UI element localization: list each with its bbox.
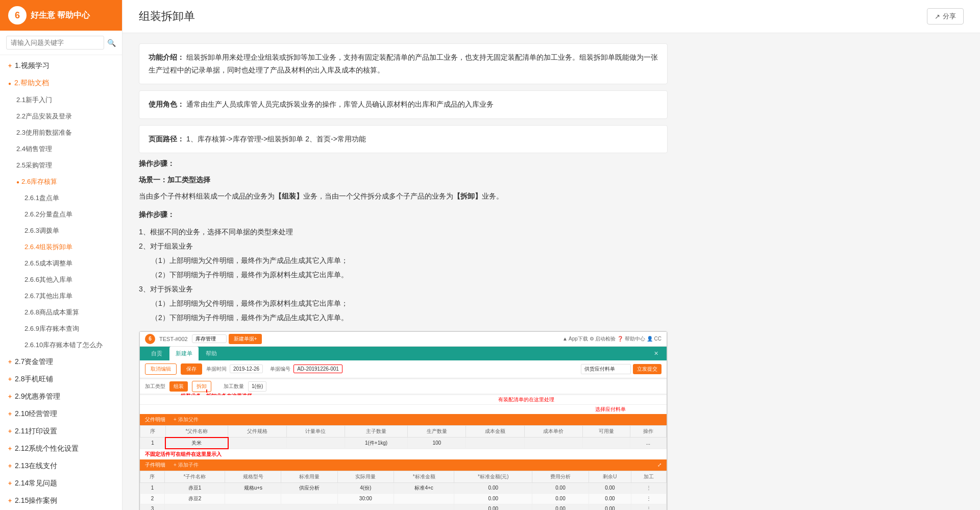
expand-icon-2: +	[8, 358, 12, 366]
role-text: 通常由生产人员或库管人员完成拆装业务的操作，库管人员确认原材料的出库和产成品的入…	[186, 100, 494, 108]
sidebar-item-finance[interactable]: + 2.7资金管理	[0, 353, 122, 371]
share-button[interactable]: ↗ 分享	[927, 8, 964, 25]
expand-icon: +	[8, 62, 12, 69]
sidebar-item-cost-recalc[interactable]: 2.6.8商品成本重算	[0, 304, 122, 321]
btd-proc[interactable]: ⋮	[631, 482, 667, 493]
sidebar-item-cases[interactable]: + 2.15操作案例	[0, 492, 122, 509]
th-qty-plan: 主子数量	[345, 425, 407, 438]
td-qty-prod[interactable]: 100	[408, 438, 466, 449]
app-topbar-right: ▲ App下载 ⚙ 启动检验 ❓ 帮助中心 👤 CC	[562, 335, 662, 343]
sidebar-item-coupon[interactable]: + 2.9优惠券管理	[0, 388, 122, 405]
app-tab-home[interactable]: 自贡	[145, 347, 168, 360]
sidebar-label-video: 1.视频学习	[15, 61, 50, 70]
sidebar-label-print: 2.11打印设置	[15, 427, 57, 436]
sidebar-item-dataprep[interactable]: 2.3使用前数据准备	[0, 125, 122, 141]
app-tab-close[interactable]: ✕	[651, 347, 662, 360]
sidebar-item-sys[interactable]: + 2.12系统个性化设置	[0, 440, 122, 457]
search-box: 🔍	[0, 31, 122, 55]
th-ops: 操作	[630, 425, 666, 438]
steps-list: 1、根据不同的业务，选择不同单据的类型来处理 2、对于组装业务 （1）上部明细为…	[139, 225, 668, 325]
bth-spec: 规格型号	[225, 471, 281, 482]
app-type-disassembly[interactable]: 拆卸	[192, 381, 211, 392]
btd-proc[interactable]: ⋮	[631, 493, 667, 504]
app-title: 好生意 帮助中心	[31, 10, 90, 21]
sidebar-item-ledger-query[interactable]: 2.6.9库存账本查询	[0, 321, 122, 337]
app-btn-save[interactable]: 保存	[181, 363, 202, 375]
field-bom-select[interactable]: 供货应付料单	[581, 364, 631, 374]
sidebar-item-faq[interactable]: + 2.14常见问题	[0, 475, 122, 492]
td-parent-name[interactable]: 关米	[165, 438, 228, 449]
app-type-assembly[interactable]: 组装	[169, 381, 188, 392]
sidebar-item-stocktake[interactable]: 2.6.1盘点单	[0, 190, 122, 206]
app-btn-cancel[interactable]: 取消编辑	[145, 363, 177, 375]
sidebar-item-biz[interactable]: + 2.10经营管理	[0, 405, 122, 423]
bth-std-amt2: *标准金额(元)	[454, 471, 532, 482]
search-icon[interactable]: 🔍	[107, 39, 116, 47]
bth-child-name: *子件名称	[164, 471, 225, 482]
btd-child-name[interactable]: 赤豆2	[164, 493, 225, 504]
app-screenshot: 6 TEST-#002 库存管理 新建单据+ ▲ App下载 ⚙ 启动检验 ❓ …	[139, 331, 667, 510]
btd-actual[interactable]: 30:00	[337, 493, 394, 504]
sidebar-item-sales[interactable]: 2.4销售管理	[0, 141, 122, 157]
td-unit	[286, 438, 345, 449]
app-nav-tabs: 自贡 新建单 帮助 ✕	[140, 347, 667, 360]
sidebar-label-finance: 2.7资金管理	[15, 357, 53, 367]
top-section-label: 父件明细	[145, 416, 165, 423]
td-row-ops[interactable]: ...	[630, 438, 666, 449]
th-num: 序	[140, 425, 166, 438]
sidebar-item-install[interactable]: 2.2产品安装及登录	[0, 108, 122, 125]
btd-actual[interactable]: 4(份)	[337, 482, 394, 493]
bth-num: 序	[140, 471, 165, 482]
field-number-value[interactable]: AD-20191226-001	[293, 365, 342, 373]
sidebar-item-purchase[interactable]: 2.5采购管理	[0, 157, 122, 174]
app-tab-help[interactable]: 帮助	[200, 347, 223, 360]
add-child-btn[interactable]: + 添加子件	[174, 462, 199, 469]
field-qty-value[interactable]: 1(份)	[248, 381, 266, 392]
expand-icon-table[interactable]: ⤢	[657, 462, 662, 468]
sidebar-item-newbie[interactable]: 2.1新手入门	[0, 92, 122, 108]
expand-icon-4: +	[8, 393, 12, 400]
sidebar-item-docs[interactable]: ● 2.帮助文档	[0, 75, 122, 92]
annotation-select-text: 选择应付料单	[140, 405, 667, 414]
td-qty-plan[interactable]: 1(件+1kg)	[345, 438, 407, 449]
btd-spec	[225, 493, 281, 504]
field-date-value[interactable]: 2019-12-26	[230, 365, 263, 373]
field-type-label: 加工类型	[145, 383, 165, 390]
sidebar-item-inventory[interactable]: ● 2.6库存核算	[0, 174, 122, 190]
sidebar-item-transfer[interactable]: 2.6.3调拨单	[0, 223, 122, 239]
btd-bom: 供应分析	[281, 482, 337, 493]
btd-child-name[interactable]: 赤豆1	[164, 482, 225, 493]
role-label: 使用角色：	[149, 100, 184, 108]
nav-section: + 1.视频学习 ● 2.帮助文档 2.1新手入门 2.2产品安装及登录 2.3…	[0, 55, 122, 510]
sidebar-item-assembly[interactable]: 2.6.4组装拆卸单	[0, 239, 122, 255]
step2: 2、对于组装业务	[139, 239, 668, 253]
ops-title: 操作步骤：	[139, 159, 668, 168]
add-parent-btn[interactable]: + 添加父件	[174, 416, 199, 423]
app-tab-neworder[interactable]: 新建单	[169, 347, 199, 360]
sidebar-item-partial-stocktake[interactable]: 2.6.2分量盘点单	[0, 206, 122, 223]
sidebar-item-other-in[interactable]: 2.6.6其他入库单	[0, 272, 122, 288]
step3-sub2: （2）下部明细为子件明细，最终作为产成品生成其它入库单。	[151, 310, 668, 325]
app-btn-approve[interactable]: 立发提交	[633, 364, 662, 374]
expand-icon-7: +	[8, 445, 12, 452]
annotation-row1: 加工类型 组装 拆卸 加工数量 1(份) 组装业务、拆卸业务在这里选择	[140, 378, 667, 395]
app-top-section-header: 父件明细 + 添加父件	[140, 414, 667, 425]
sidebar-item-other-out[interactable]: 2.6.7其他出库单	[0, 288, 122, 304]
sidebar-item-video[interactable]: + 1.视频学习	[0, 57, 122, 75]
btd-bom	[281, 493, 337, 504]
sidebar-item-mobile[interactable]: + 2.8手机旺铺	[0, 371, 122, 388]
path-label: 页面路径：	[149, 135, 184, 143]
expand-icon-10: +	[8, 497, 12, 504]
expand-icon-8: +	[8, 463, 12, 470]
app-new-btn[interactable]: 新建单据+	[229, 334, 262, 344]
sidebar-item-cost-adjust[interactable]: 2.6.5成本调整单	[0, 255, 122, 272]
sidebar-label-docs: 2.帮助文档	[14, 79, 49, 88]
sidebar-item-print[interactable]: + 2.11打印设置	[0, 423, 122, 440]
btd-proc[interactable]: ⋮	[631, 504, 667, 510]
sidebar-item-payment[interactable]: + 2.13在线支付	[0, 457, 122, 475]
sidebar-label-faq: 2.14常见问题	[15, 479, 57, 488]
app-bottom-table: 序 *子件名称 规格型号 标准用量 实际用量 *标准金额 *标准金额(元) 费用…	[140, 471, 667, 510]
app-topbar-select[interactable]: 库存管理	[192, 334, 227, 343]
search-input[interactable]	[6, 36, 104, 50]
sidebar-item-ledger-error[interactable]: 2.6.10库存账本错了怎么办	[0, 337, 122, 353]
